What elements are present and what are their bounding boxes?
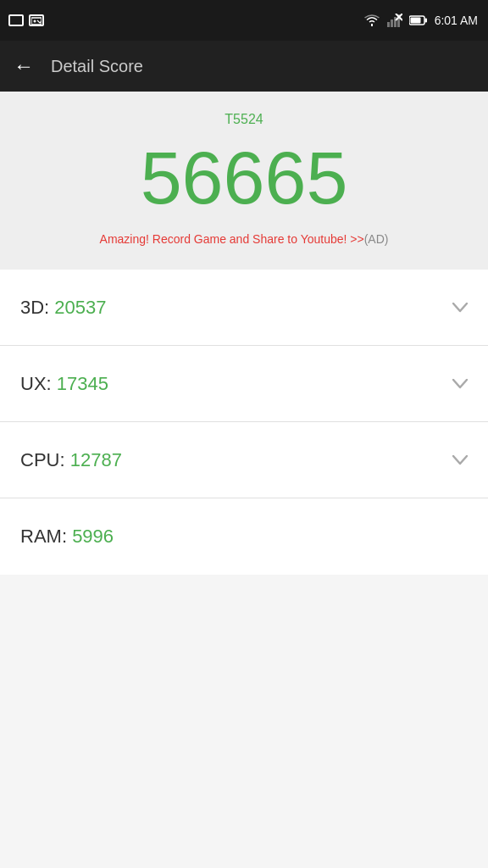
svg-rect-10	[410, 18, 420, 24]
svg-rect-3	[391, 19, 393, 27]
score-item-ux-label: UX: 17345	[20, 373, 108, 395]
battery-icon	[409, 15, 428, 25]
ad-text[interactable]: Amazing! Record Game and Share to Youtub…	[17, 232, 471, 246]
svg-rect-0	[31, 18, 42, 25]
score-item-cpu-label: CPU: 12787	[20, 449, 122, 471]
chevron-ux-icon	[452, 374, 468, 393]
score-section: T5524 56665 Amazing! Record Game and Sha…	[0, 92, 488, 270]
back-button[interactable]: ←	[14, 54, 34, 78]
status-bar-left-icons	[8, 14, 44, 26]
signal-icon	[387, 14, 402, 27]
chevron-cpu-icon	[452, 450, 468, 470]
wifi-icon	[363, 14, 380, 26]
app-bar: ← Detail Score	[0, 41, 488, 92]
score-item-ux[interactable]: UX: 17345	[0, 346, 488, 422]
app-bar-title: Detail Score	[51, 57, 143, 76]
score-3d-prefix: 3D:	[20, 297, 54, 318]
score-ux-value: 17345	[57, 373, 108, 394]
score-3d-value: 20537	[54, 297, 106, 318]
svg-rect-4	[394, 17, 396, 27]
status-bar-right-icons: 6:01 AM	[363, 14, 478, 27]
score-item-3d[interactable]: 3D: 20537	[0, 270, 488, 346]
status-bar: 6:01 AM	[0, 0, 488, 41]
score-item-ram[interactable]: RAM: 5996	[0, 498, 488, 575]
svg-rect-2	[387, 22, 390, 27]
score-ux-prefix: UX:	[20, 373, 57, 394]
wb-icon	[8, 14, 24, 26]
device-name: T5524	[17, 112, 471, 127]
score-ram-value: 5996	[72, 526, 114, 547]
img-icon	[29, 14, 44, 26]
score-ram-prefix: RAM:	[20, 526, 72, 547]
ad-text-content: Amazing! Record Game and Share to Youtub…	[100, 232, 364, 246]
main-score: 56665	[17, 141, 471, 215]
score-item-3d-label: 3D: 20537	[20, 297, 107, 319]
score-cpu-value: 12787	[70, 449, 122, 470]
score-item-cpu[interactable]: CPU: 12787	[0, 422, 488, 498]
ad-label: (AD)	[364, 232, 389, 246]
svg-point-1	[34, 20, 36, 23]
svg-rect-9	[424, 19, 427, 23]
chevron-3d-icon	[452, 298, 468, 317]
score-item-ram-label: RAM: 5996	[20, 526, 114, 548]
score-items-list: 3D: 20537 UX: 17345 CPU: 12787 RAM: 5996	[0, 270, 488, 575]
status-time: 6:01 AM	[435, 14, 478, 27]
score-cpu-prefix: CPU:	[20, 449, 70, 470]
